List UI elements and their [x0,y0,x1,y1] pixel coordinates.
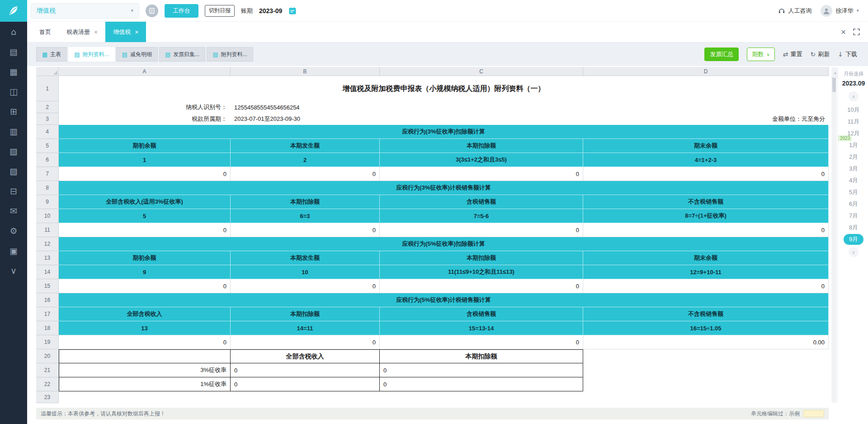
sidebar-item-reports[interactable]: ▦ [0,62,27,81]
download-button[interactable]: ↓ 下载 [838,50,857,58]
sheet-tab-invoice-collection[interactable]: ▤发票归集... [159,47,205,62]
sheet-cell[interactable]: 0 [231,363,380,377]
sheet-cell[interactable]: 2 [231,153,380,167]
sheet-cell[interactable]: 含税销售额 [380,195,583,209]
row-number[interactable]: 10 [36,209,59,223]
sheet-cell[interactable]: 0 [59,279,231,293]
period-value[interactable]: 2023-09 [259,7,282,14]
sheet-cell[interactable]: 0 [59,223,231,237]
sheet-cell[interactable]: 4=1+2-3 [583,153,829,167]
sheet-cell[interactable]: 期末余额 [583,139,829,153]
row-number[interactable]: 23 [36,391,59,403]
row-number[interactable]: 6 [36,153,59,167]
row-number[interactable]: 9 [36,195,59,209]
sheet-cell[interactable]: 本期发生额 [231,251,380,265]
column-header-C[interactable]: C [380,67,583,76]
periods-dropdown[interactable]: 期数 ∨ [747,48,774,61]
sheet-cell[interactable]: 12554585554554656254 [231,101,380,113]
row-number[interactable]: 2 [36,101,59,113]
tab-vat[interactable]: 增值税× [105,22,146,42]
row-number[interactable]: 21 [36,363,59,377]
report-list-icon[interactable] [146,5,158,17]
sidebar-item-home[interactable]: ⌂ [0,22,27,42]
sheet-cell[interactable]: 0 [380,377,583,391]
column-header-A[interactable]: A [59,67,231,76]
fullscreen-icon[interactable] [853,29,860,35]
sheet-cell[interactable]: 1%征收率 [59,377,231,391]
sheet-cell[interactable]: 0 [380,279,583,293]
row-number[interactable]: 5 [36,139,59,153]
sheet-cell[interactable]: 本期扣除额 [380,349,583,363]
support-button[interactable]: 人工咨询 [778,7,811,15]
sheet-cell[interactable]: 增值税及附加税费申报表（小规模纳税人适用）附列资料（一） [59,76,829,101]
sheet-cell[interactable]: 不含税销售额 [583,307,829,321]
sheet-cell[interactable]: 期末余额 [583,251,829,265]
sheet-cell[interactable]: 2023-07-01至2023-09-30 [231,113,380,125]
sheet-cell[interactable]: 0 [380,363,583,377]
sheet-cell[interactable]: 1 [59,153,231,167]
sheet-cell[interactable]: 0 [380,223,583,237]
row-number[interactable]: 22 [36,377,59,391]
sheet-cell[interactable]: 9 [59,265,231,279]
month-item-5[interactable]: 2月 [844,151,863,163]
sheet-cell[interactable]: 13 [59,321,231,335]
month-item-6[interactable]: 3月 [844,163,863,175]
sheet-cell[interactable]: 0 [231,167,380,181]
row-number[interactable]: 15 [36,279,59,293]
sheet-cell[interactable]: 应税行为(5%征收率)扣除额计算 [59,237,829,251]
sheet-cell[interactable]: 金额单位：元至角分 [583,113,829,125]
sidebar-item-ledger[interactable]: ▥ [0,121,27,141]
user-menu[interactable]: 徐泽华 ▾ [821,5,859,17]
sheet-cell[interactable]: 全部含税收入 [231,349,380,363]
sheet-cell[interactable]: 0 [380,167,583,181]
close-tab-icon[interactable]: × [94,29,98,35]
row-number[interactable]: 13 [36,251,59,265]
sheet-cell[interactable]: 全部含税收入 [59,307,231,321]
sheet-cell[interactable] [583,363,829,377]
tab-home[interactable]: 首页 [32,22,59,42]
sheet-cell[interactable]: 0 [231,279,380,293]
tab-tax-register[interactable]: 税表清册× [59,22,105,42]
month-item-12[interactable]: 9月 [844,234,863,245]
sidebar-item-bank[interactable]: ⊞ [0,101,27,121]
select-all-corner[interactable] [36,67,59,76]
sheet-cell[interactable]: 7=5-6 [380,209,583,223]
sheet-cell[interactable]: 0 [583,167,829,181]
sidebar-item-mail[interactable]: ✉ [0,201,27,221]
row-number[interactable]: 19 [36,335,59,349]
sheet-tab-exemption-detail[interactable]: ▤减免明细 [116,47,158,62]
sheet-cell[interactable]: 应税行为(5%征收率)计税销售额计算 [59,293,829,307]
reset-button[interactable]: ⇄ 重置 [783,50,802,58]
sheet-cell[interactable]: 纳税人识别号： [59,101,231,113]
month-item-11[interactable]: 8月 [844,222,863,233]
calendar-icon[interactable] [288,7,297,15]
row-number[interactable]: 16 [36,293,59,307]
month-item-7[interactable]: 4月 [844,175,863,186]
close-tab-icon[interactable]: × [135,29,138,35]
sheet-cell[interactable]: 本期发生额 [231,139,380,153]
sidebar-item-tax[interactable]: ▨ [0,161,27,181]
switch-daily-button[interactable]: 切到日报 [205,5,235,17]
sidebar-item-cashier[interactable]: ◫ [0,81,27,101]
row-number[interactable]: 11 [36,223,59,237]
sheet-cell[interactable]: 14=11 [231,321,380,335]
sheet-cell[interactable]: 0 [231,377,380,391]
sheet-cell[interactable] [380,113,583,125]
sheet-cell[interactable]: 0 [583,223,829,237]
month-item-9[interactable]: 6月 [844,198,863,210]
month-item-2[interactable]: 11月 [844,116,863,128]
row-number[interactable]: 14 [36,265,59,279]
sheet-cell[interactable]: 15=13-14 [380,321,583,335]
sheet-cell[interactable]: 本期扣除额 [231,195,380,209]
sheet-tab-main-table[interactable]: ▦主表 [36,47,67,62]
sheet-cell[interactable]: 税款所属期： [59,113,231,125]
sheet-cell[interactable]: 期初余额 [59,139,231,153]
row-number[interactable]: 12 [36,237,59,251]
column-header-B[interactable]: B [231,67,380,76]
scroll-down-icon[interactable]: ∨ [849,247,859,257]
sheet-cell[interactable]: 11(11≤9+10之和且11≤13) [380,265,583,279]
sheet-cell[interactable]: 12=9+10-11 [583,265,829,279]
sheet-cell[interactable]: 含税销售额 [380,307,583,321]
sheet-cell[interactable]: 0 [231,335,380,349]
scroll-up-icon[interactable]: ∧ [849,91,859,101]
